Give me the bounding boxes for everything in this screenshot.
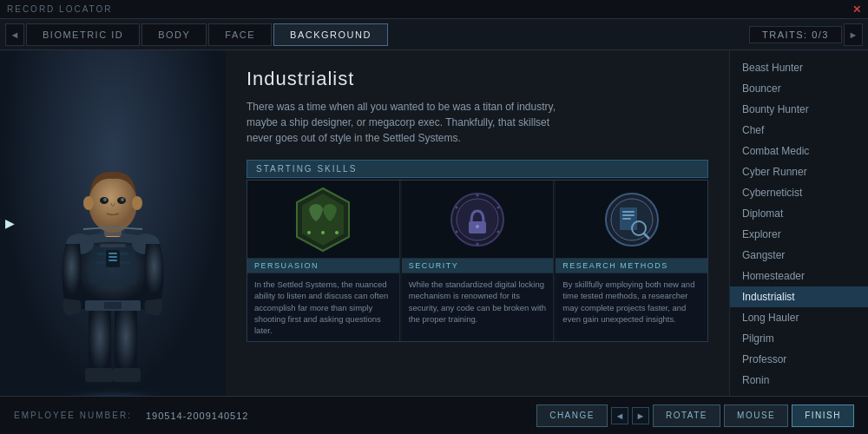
portrait-area: ▶: [0, 50, 226, 396]
skill-icon-security: [402, 181, 554, 259]
bg-item-gangster[interactable]: Gangster: [730, 245, 868, 266]
bg-item-professor[interactable]: Professor: [730, 349, 868, 370]
bg-item-long-hauler[interactable]: Long Hauler: [730, 307, 868, 328]
bg-item-cyber-runner[interactable]: Cyber Runner: [730, 161, 868, 182]
bottom-bar: EMPLOYEE NUMBER: 190514-2009140512 CHANG…: [0, 396, 868, 434]
svg-rect-5: [100, 244, 126, 247]
employee-number: 190514-2009140512: [146, 411, 249, 421]
finish-button[interactable]: FINISH: [792, 404, 854, 427]
svg-point-38: [456, 230, 458, 233]
bg-item-pilgrim[interactable]: Pilgrim: [730, 328, 868, 349]
svg-point-27: [307, 231, 311, 234]
svg-point-31: [457, 199, 498, 240]
svg-point-39: [456, 206, 458, 208]
svg-rect-10: [108, 256, 117, 258]
svg-point-36: [497, 230, 500, 233]
svg-point-22: [132, 196, 142, 210]
cursor-indicator: ▶: [5, 216, 15, 230]
left-bracket[interactable]: ◄: [5, 23, 24, 46]
top-bar: RECORD LOCATOR ✕: [0, 0, 868, 19]
svg-point-0: [43, 377, 182, 396]
svg-point-33: [476, 225, 479, 228]
background-title: Industrialist: [247, 68, 708, 90]
bg-item-bouncer[interactable]: Bouncer: [730, 78, 868, 99]
mouse-button[interactable]: MOUSE: [724, 404, 788, 427]
tab-background[interactable]: BACKGROUND: [273, 23, 388, 46]
tab-biometric[interactable]: BIOMETRIC ID: [26, 23, 140, 46]
background-description: There was a time when all you wanted to …: [247, 99, 576, 146]
traits-section: TRAITS: 0/3: [749, 26, 842, 43]
skill-card-security: SECURITY While the standardized digital …: [402, 181, 555, 341]
skills-section: STARTING SKILLS: [247, 160, 708, 385]
right-bracket[interactable]: ►: [844, 23, 863, 46]
close-icon[interactable]: ✕: [852, 3, 861, 16]
bg-item-combat-medic[interactable]: Combat Medic: [730, 141, 868, 161]
svg-rect-44: [622, 214, 635, 216]
skill-card-persuasion: PERSUASION In the Settled Systems, the n…: [247, 181, 400, 341]
bg-item-cyberneticist[interactable]: Cyberneticist: [730, 182, 868, 203]
details-area: Industrialist There was a time when all …: [226, 50, 729, 396]
svg-rect-45: [622, 218, 631, 220]
prev-button[interactable]: ◄: [611, 407, 628, 424]
skill-desc-security: While the standardized digital locking m…: [402, 273, 554, 341]
svg-point-20: [121, 198, 124, 201]
bg-item-diplomat[interactable]: Diplomat: [730, 203, 868, 224]
nav-tabs: ◄ BIOMETRIC ID BODY FACE BACKGROUND TRAI…: [0, 19, 868, 50]
main-content: ▶: [0, 50, 868, 396]
svg-rect-9: [108, 253, 117, 254]
svg-point-35: [497, 206, 500, 208]
skill-icon-persuasion: [247, 181, 399, 259]
svg-point-21: [83, 196, 94, 210]
svg-point-29: [335, 231, 339, 234]
skill-card-research: RESEARCH METHODS By skillfully employing…: [556, 181, 707, 341]
svg-point-19: [103, 198, 107, 201]
bg-item-homesteader[interactable]: Homesteader: [730, 266, 868, 286]
svg-rect-3: [85, 368, 113, 382]
bg-item-chef[interactable]: Chef: [730, 120, 868, 141]
skill-desc-persuasion: In the Settled Systems, the nuanced abil…: [247, 273, 399, 341]
svg-rect-4: [113, 368, 141, 382]
employee-label: EMPLOYEE NUMBER:: [14, 411, 132, 420]
tab-body[interactable]: BODY: [141, 23, 207, 46]
bg-item-bounty-hunter[interactable]: Bounty Hunter: [730, 99, 868, 120]
skill-name-security: SECURITY: [402, 259, 554, 273]
tab-face[interactable]: FACE: [208, 23, 272, 46]
bg-item-industrialist[interactable]: Industrialist: [730, 286, 868, 307]
bottom-actions: CHANGE ◄ ► ROTATE MOUSE FINISH: [536, 404, 854, 427]
change-button[interactable]: CHANGE: [536, 404, 608, 427]
svg-point-28: [321, 231, 325, 234]
background-list: Beast Hunter Bouncer Bounty Hunter Chef …: [729, 50, 868, 396]
character-figure: [26, 83, 200, 396]
skill-desc-research: By skillfully employing both new and tim…: [556, 273, 707, 341]
bg-item-explorer[interactable]: Explorer: [730, 224, 868, 245]
next-button[interactable]: ►: [632, 407, 649, 424]
traits-label: TRAITS: 0/3: [749, 26, 842, 43]
svg-rect-11: [108, 260, 117, 261]
skills-grid: PERSUASION In the Settled Systems, the n…: [247, 180, 708, 342]
skill-name-research: RESEARCH METHODS: [556, 259, 707, 273]
skill-name-persuasion: PERSUASION: [247, 259, 399, 273]
svg-rect-43: [622, 211, 635, 213]
svg-rect-24: [104, 302, 122, 309]
svg-point-37: [477, 242, 479, 245]
bg-item-ronin[interactable]: Ronin: [730, 370, 868, 391]
rotate-button[interactable]: ROTATE: [653, 404, 720, 427]
bg-item-beast-hunter[interactable]: Beast Hunter: [730, 57, 868, 78]
skill-icon-research: [556, 181, 707, 259]
svg-point-34: [477, 194, 479, 196]
skills-header: STARTING SKILLS: [247, 160, 708, 178]
window-title: RECORD LOCATOR: [7, 4, 113, 14]
